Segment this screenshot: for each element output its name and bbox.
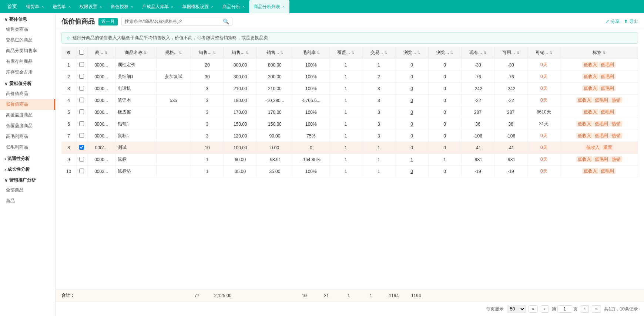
col-saleable[interactable]: 可销... ⇅ [527,47,560,59]
sidebar-group-contribution[interactable]: ∨ 贡献值分析 [0,78,55,88]
row-browse1[interactable]: 0 [395,71,428,83]
close-icon[interactable]: × [282,4,285,9]
export-button[interactable]: ⬆ 导出 [624,18,638,25]
row-checkbox[interactable] [79,121,84,126]
nav-template[interactable]: 单据模板设置× [178,0,218,13]
row-checkbox-cell[interactable] [76,166,87,177]
col-code[interactable]: 商... ⇅ [87,47,115,59]
row-checkbox[interactable] [79,62,84,67]
row-browse1[interactable]: 0 [395,106,428,118]
row-current: 287 [461,106,494,118]
select-all-checkbox[interactable] [79,50,84,55]
nav-home[interactable]: 首页 [3,0,21,13]
sidebar-item-traded[interactable]: 交易过的商品 [0,35,55,45]
row-browse1[interactable]: 0 [395,83,428,95]
search-box[interactable]: 🔍 [121,17,232,26]
sidebar-item-new-products[interactable]: 新品 [0,196,55,206]
sidebar-item-low-margin[interactable]: 低毛利商品 [0,142,55,153]
page-number-input[interactable] [557,305,572,313]
col-margin[interactable]: 毛利率 ⇅ [293,47,329,59]
search-icon[interactable]: 🔍 [223,18,229,24]
close-icon[interactable]: × [131,4,133,9]
nav-roles[interactable]: 角色授权× [106,0,137,13]
row-browse1[interactable]: 0 [395,130,428,142]
col-browse1[interactable]: 浏览... ⇅ [395,47,428,59]
sidebar-group-overall[interactable]: ∨ 整体信息 [0,13,55,24]
sidebar-item-all-products[interactable]: 全部商品 [0,185,55,196]
row-checkbox-cell[interactable] [76,95,87,106]
col-checkbox[interactable] [76,47,87,59]
sidebar-item-high-value[interactable]: 高价值商品 [0,88,55,99]
row-checkbox-cell[interactable] [76,142,87,154]
sidebar-item-in-stock[interactable]: 有库存的商品 [0,56,55,67]
sidebar-item-low-value[interactable]: 低价值商品 [0,99,55,110]
row-checkbox-cell[interactable] [76,118,87,130]
time-badge[interactable]: 近一月 [98,18,118,26]
sidebar-item-low-coverage[interactable]: 低覆盖度商品 [0,120,55,131]
col-label[interactable]: 标签 ⇅ [560,47,638,59]
col-coverage[interactable]: 覆盖... ⇅ [329,47,362,59]
col-current[interactable]: 现有... ⇅ [461,47,494,59]
next-page-button[interactable]: › [581,305,589,313]
row-checkbox[interactable] [79,145,84,150]
first-page-button[interactable]: « [529,305,538,313]
row-checkbox[interactable] [79,109,84,114]
nav-permissions[interactable]: 权限设置× [75,0,106,13]
row-checkbox-cell[interactable] [76,154,87,166]
row-checkbox-cell[interactable] [76,83,87,95]
col-sales-avg[interactable]: 销售... ⇅ [257,47,293,59]
row-name: 测试 [115,142,157,154]
sidebar-item-high-margin[interactable]: 高毛利商品 [0,131,55,142]
nav-sales[interactable]: 销货单× [21,0,48,13]
nav-inventory[interactable]: 产成品入库单× [138,0,178,13]
close-icon[interactable]: × [211,4,213,9]
row-checkbox[interactable] [79,157,84,162]
col-name[interactable]: 商品名称 ⇅ [115,47,157,59]
close-icon[interactable]: × [171,4,173,9]
row-browse1[interactable]: 1 [395,154,428,166]
sidebar-group-flow[interactable]: › 流通性分析 [0,153,55,163]
col-available[interactable]: 可用... ⇅ [494,47,527,59]
row-checkbox-cell[interactable] [76,106,87,118]
nav-purchase[interactable]: 进货单× [48,0,75,13]
col-sales-amount[interactable]: 销售... ⇅ [224,47,257,59]
close-icon[interactable]: × [41,4,44,9]
row-checkbox[interactable] [79,86,84,91]
nav-analysis-list[interactable]: 商品分析列表× [249,0,289,13]
col-sales-qty[interactable]: 销售... ⇅ [191,47,224,59]
row-browse1[interactable]: 0 [395,142,428,154]
row-checkbox[interactable] [79,169,84,173]
col-trade[interactable]: 交易... ⇅ [362,47,395,59]
sidebar-item-stock-fund[interactable]: 库存资金占用 [0,67,55,78]
col-settings[interactable]: ⚙ [61,47,76,59]
close-icon[interactable]: × [68,4,70,9]
row-checkbox-cell[interactable] [76,130,87,142]
sidebar-item-high-coverage[interactable]: 高覆盖度商品 [0,110,55,120]
col-browse2[interactable]: 浏览... ⇅ [428,47,461,59]
prev-page-button[interactable]: ‹ [541,305,549,313]
row-checkbox-cell[interactable] [76,59,87,71]
row-browse1[interactable]: 0 [395,59,428,71]
col-spec[interactable]: 规格... ⇅ [156,47,191,59]
page-size-select[interactable]: 50 20 100 [507,305,526,313]
last-page-button[interactable]: » [592,305,601,313]
row-browse1[interactable]: 0 [395,118,428,130]
row-browse1[interactable]: 0 [395,166,428,177]
sidebar-group-growth[interactable]: › 成长性分析 [0,163,55,174]
row-saleable: 0天 [527,83,560,95]
search-input[interactable] [125,19,221,24]
sidebar-group-marketing[interactable]: ∨ 营销推广分析 [0,174,55,185]
row-checkbox-cell[interactable] [76,71,87,83]
row-checkbox[interactable] [79,98,84,102]
share-button[interactable]: ⤢ 分享 [606,18,620,25]
sidebar-item-category-rate[interactable]: 商品分类销售率 [0,45,55,56]
nav-analysis[interactable]: 商品分析× [218,0,249,13]
close-icon[interactable]: × [242,4,245,9]
row-browse2: 0 [428,95,461,106]
row-checkbox[interactable] [79,74,84,79]
sidebar-item-sales-products[interactable]: 销售类商品 [0,24,55,35]
row-browse1[interactable]: 0 [395,95,428,106]
row-sales-amount: 60.00 [224,154,257,166]
close-icon[interactable]: × [100,4,102,9]
row-checkbox[interactable] [79,133,84,138]
